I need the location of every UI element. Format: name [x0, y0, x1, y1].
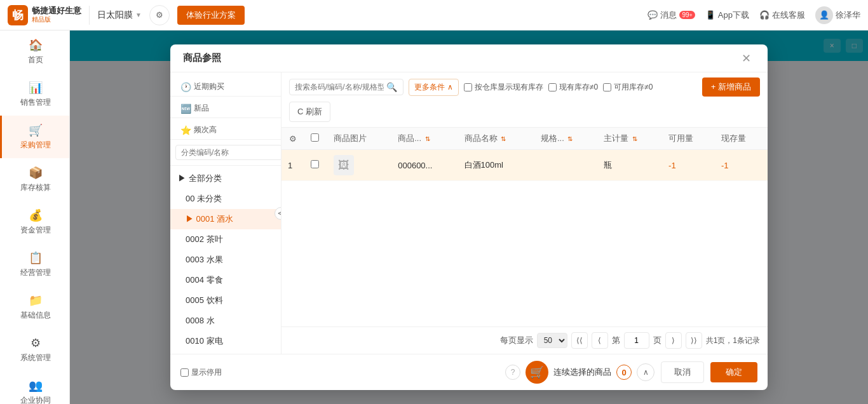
cat-item-fruit-label: 0003 水果 [186, 254, 223, 266]
page-number-input[interactable] [624, 332, 649, 349]
dialog: 商品参照 ✕ ≪ 🕐 近期购买 [170, 44, 768, 390]
logo-text: 畅捷通好生意 [32, 6, 81, 16]
navbar: 畅 畅捷通好生意 精品版 日太阳膜 ▼ ⚙ 体验行业方案 💬 消息 99+ 📱 … [0, 0, 868, 30]
checkbox-warehouse-label: 按仓库显示现有库存 [475, 82, 543, 93]
finance-icon: 💰 [29, 208, 43, 222]
search-icon[interactable]: 🔍 [386, 82, 397, 92]
dialog-header: 商品参照 ✕ [170, 44, 768, 72]
row-name: 白酒100ml [458, 150, 534, 181]
checkbox-available-nonzero[interactable]: 可用库存≠0 [603, 82, 653, 93]
brand-label: 日太阳膜 [97, 10, 133, 21]
col-spec[interactable]: 规格... ⇅ [534, 128, 597, 150]
nav-brand[interactable]: 日太阳膜 ▼ [97, 10, 142, 21]
page-last-button[interactable]: ⟩⟩ [686, 332, 702, 349]
row-stock: -1 [715, 150, 768, 181]
cat-item-snack[interactable]: 0004 零食 [170, 270, 281, 290]
sidebar-item-purchase[interactable]: 🛒 采购管理 [0, 116, 69, 158]
cancel-button[interactable]: 取消 [661, 361, 704, 383]
sidebar-label-management: 经营管理 [20, 267, 51, 278]
product-search-input[interactable] [295, 83, 384, 91]
sidebar-label-home: 首页 [28, 55, 43, 65]
available-nonzero-checkbox[interactable] [603, 83, 611, 91]
new-icon: 🆕 [180, 104, 191, 114]
app-item[interactable]: 📱 App下载 [705, 10, 749, 21]
sidebar-label-collab: 企业协同 [20, 395, 51, 404]
cat-item-appliance[interactable]: 0010 家电 [170, 331, 281, 351]
cat-tab-freq[interactable]: ⭐ 频次高 [175, 121, 222, 139]
cat-item-all-label: ▶ 全部分类 [178, 173, 222, 184]
refresh-button[interactable]: C 刷新 [289, 102, 330, 122]
sidebar: 🏠 首页 📊 销售管理 🛒 采购管理 📦 库存核算 💰 资金管理 📋 经营管理 … [0, 30, 70, 404]
sales-icon: 📊 [29, 81, 43, 95]
cart-button[interactable]: 🛒 [526, 361, 548, 384]
warehouse-checkbox[interactable] [464, 83, 472, 91]
sidebar-item-basic[interactable]: 📁 基础信息 [0, 286, 69, 328]
brand-chevron: ▼ [135, 11, 142, 18]
settings-icon[interactable]: ⚙ [289, 134, 297, 144]
user-item[interactable]: 👤 徐泽华 [815, 6, 860, 24]
sidebar-item-system[interactable]: ⚙ 系统管理 [0, 328, 69, 371]
category-panel: ≪ 🕐 近期购买 🆕 新品 [170, 72, 281, 354]
help-icon[interactable]: ? [505, 365, 520, 380]
gear-button[interactable]: ⚙ [149, 5, 170, 25]
sidebar-item-sales[interactable]: 📊 销售管理 [0, 73, 69, 116]
filter-button[interactable]: 更多条件 ∧ [409, 79, 459, 96]
cat-item-fruit[interactable]: 0003 水果 [170, 250, 281, 270]
page-next-button[interactable]: ⟩ [665, 332, 682, 349]
sidebar-item-collab[interactable]: 👥 企业协同 [0, 371, 69, 404]
pagination: 每页显示 50 ⟨⟨ ⟨ 第 页 ⟩ ⟩⟩ 共1页，1条记录 [281, 327, 768, 354]
sidebar-label-system: 系统管理 [20, 353, 51, 363]
cat-item-unclassified[interactable]: 00 未分类 [170, 189, 281, 209]
cart-collapse-button[interactable]: ∧ [637, 363, 654, 381]
page-prev-button[interactable]: ⟨ [592, 332, 608, 349]
col-name[interactable]: 商品名称 ⇅ [458, 128, 534, 150]
logo-area: 畅 畅捷通好生意 精品版 [8, 5, 81, 25]
row-num: 1 [281, 150, 304, 181]
row-code: 000600... [391, 150, 458, 181]
checkbox-stock-label: 现有库存≠0 [559, 82, 598, 93]
cat-search: 🔍 [170, 140, 281, 166]
cat-item-drink[interactable]: 0005 饮料 [170, 290, 281, 311]
toolbar: 🔍 更多条件 ∧ 按仓库显示现有库存 [281, 72, 768, 128]
cat-tab-new[interactable]: 🆕 新品 [175, 99, 214, 118]
cat-tab-recent[interactable]: 🕐 近期购买 [175, 77, 229, 96]
cat-item-all[interactable]: ▶ 全部分类 [170, 168, 281, 189]
dialog-close-button[interactable]: ✕ [737, 50, 755, 67]
cat-item-liquor[interactable]: ▶ 0001 酒水 [170, 209, 281, 229]
cat-item-water-label: 0008 水 [186, 315, 215, 327]
show-disabled-label[interactable]: 显示停用 [180, 367, 222, 378]
add-product-button[interactable]: + 新增商品 [702, 77, 760, 97]
checkbox-stock-nonzero[interactable]: 现有库存≠0 [548, 82, 598, 93]
footer-cart: ? 🛒 连续选择的商品 0 ∧ [505, 361, 654, 384]
select-all-checkbox[interactable] [311, 133, 319, 142]
col-image: 商品图片 [327, 128, 391, 150]
cat-item-tea[interactable]: 0002 茶叶 [170, 229, 281, 250]
show-disabled-checkbox[interactable] [180, 368, 189, 377]
message-item[interactable]: 💬 消息 99+ [648, 10, 695, 21]
col-code[interactable]: 商品... ⇅ [391, 128, 458, 150]
sidebar-item-finance[interactable]: 💰 资金管理 [0, 201, 69, 243]
cat-tabs-3: ⭐ 频次高 [170, 118, 281, 140]
cat-search-input[interactable] [175, 145, 281, 160]
row-checkbox[interactable] [311, 160, 319, 168]
checkbox-warehouse[interactable]: 按仓库显示现有库存 [464, 82, 543, 93]
sidebar-item-inventory[interactable]: 📦 库存核算 [0, 158, 69, 201]
col-unit[interactable]: 主计量 ⇅ [597, 128, 662, 150]
service-item[interactable]: 🎧 在线客服 [759, 10, 805, 21]
sidebar-item-management[interactable]: 📋 经营管理 [0, 243, 69, 286]
cat-item-unclassified-label: 00 未分类 [186, 193, 222, 205]
right-panel: 🔍 更多条件 ∧ 按仓库显示现有库存 [281, 72, 768, 354]
action-button[interactable]: 体验行业方案 [177, 6, 245, 25]
per-page-select[interactable]: 50 [537, 333, 567, 348]
cat-item-water[interactable]: 0008 水 [170, 311, 281, 331]
service-label: 在线客服 [772, 10, 805, 21]
cat-tabs: 🕐 近期购买 [170, 72, 281, 97]
table-row[interactable]: 1 🖼 000600... 白酒100ml 瓶 -1 -1 [281, 150, 768, 181]
stock-nonzero-checkbox[interactable] [548, 83, 557, 91]
confirm-button[interactable]: 确定 [710, 362, 757, 382]
sidebar-item-home[interactable]: 🏠 首页 [0, 30, 69, 73]
page-first-button[interactable]: ⟨⟨ [571, 332, 588, 349]
filter-chevron: ∧ [447, 83, 453, 91]
system-icon: ⚙ [31, 336, 41, 350]
app-icon: 📱 [705, 10, 715, 20]
